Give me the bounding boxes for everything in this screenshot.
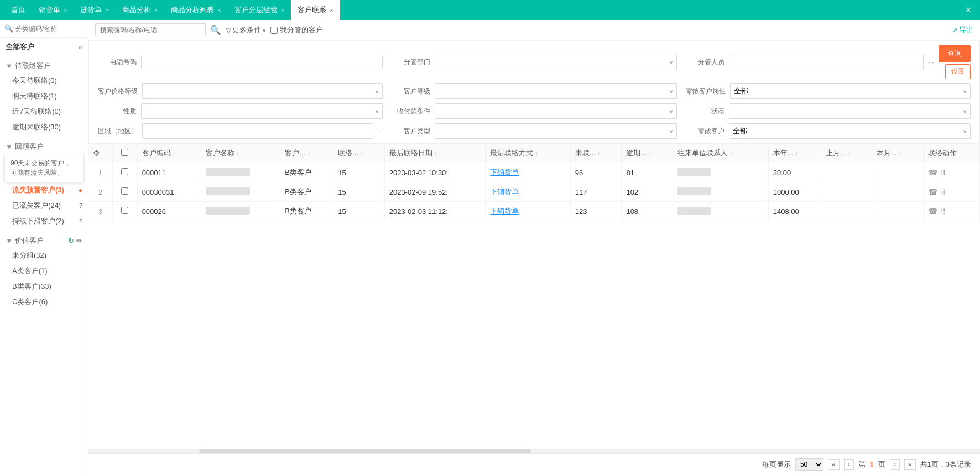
sidebar-item-unclassified[interactable]: 未分组(32)	[0, 248, 88, 263]
scrollbar-thumb[interactable]	[199, 449, 531, 453]
td-unit-2	[673, 182, 768, 202]
nature-select[interactable]: ∨	[141, 103, 383, 119]
tab-product-list[interactable]: 商品分析列表 ×	[164, 0, 227, 20]
first-page-button[interactable]: «	[828, 459, 840, 470]
tab-purchase[interactable]: 进货单 ×	[74, 0, 115, 20]
query-button[interactable]: 查询	[939, 45, 971, 62]
th-last-date[interactable]: 最后联络日期 ↕	[384, 144, 486, 163]
sidebar-item-declining[interactable]: 持续下滑客户(2) ?	[0, 213, 88, 229]
tab-sales[interactable]: 销货单 ×	[32, 0, 74, 20]
close-purchase-tab[interactable]: ×	[105, 7, 108, 13]
prev-page-button[interactable]: ‹	[844, 459, 854, 470]
row-checkbox-3[interactable]	[121, 207, 128, 214]
filter-row-price-level: 客户价格等级 ∨	[98, 83, 383, 99]
close-customer-tier-tab[interactable]: ×	[281, 7, 284, 13]
refresh-icon[interactable]: ↻	[68, 237, 74, 245]
sort-arrow-type: ↕	[307, 150, 310, 156]
close-product-analysis-tab[interactable]: ×	[154, 7, 158, 13]
th-this-month[interactable]: 本月... ↕	[872, 144, 924, 163]
th-customer-type[interactable]: 客户... ↕	[280, 144, 333, 163]
more-icon-3[interactable]: ⁞⁞	[941, 207, 945, 216]
th-last-month[interactable]: 上月... ↕	[821, 144, 872, 163]
th-name[interactable]: 客户名称 ↕	[201, 144, 280, 163]
contact-icon-3[interactable]: ☎	[928, 207, 937, 216]
contact-icon-1[interactable]: ☎	[928, 168, 937, 177]
region-select[interactable]	[142, 123, 372, 139]
table-row: 3 000026 B类客户 15 2023-02-03 11:12: 下销货单	[88, 202, 980, 221]
sidebar-item-a-customers[interactable]: A类客户(1)	[0, 263, 88, 279]
group-pending-contact-title[interactable]: ▼ 待联络客户	[0, 59, 88, 73]
more-icon-2[interactable]: ⁞⁞	[941, 187, 945, 196]
close-customer-contact-tab[interactable]: ×	[330, 7, 333, 13]
tab-customer-contact[interactable]: 客户联系 ×	[291, 0, 340, 20]
my-customers-checkbox[interactable]: 我分管的客户	[270, 25, 323, 35]
th-overdue[interactable]: 逾期... ↕	[622, 144, 673, 163]
price-level-select[interactable]: ∨	[142, 83, 383, 99]
sort-arrow-code: ↕	[173, 150, 175, 156]
row-checkbox-1[interactable]	[121, 168, 128, 175]
retail-attr-select[interactable]: 全部 ∨	[730, 83, 971, 99]
td-unlinked-1: 96	[570, 163, 622, 182]
table-settings-icon[interactable]: ⚙	[93, 149, 100, 158]
th-code[interactable]: 客户编码 ↕	[137, 144, 201, 163]
group-review-title[interactable]: ▼ 回顾客户	[0, 139, 88, 154]
th-last-method[interactable]: 最后联络方式 ↕	[486, 144, 571, 163]
sidebar-item-b-customers[interactable]: B类客户(33)	[0, 279, 88, 294]
sidebar-search-input[interactable]	[15, 25, 84, 33]
sidebar-item-7day-contact[interactable]: 近7天待联络(0)	[0, 104, 88, 119]
method-link-1[interactable]: 下销货单	[490, 168, 519, 176]
phone-input[interactable]	[141, 56, 383, 69]
sidebar-collapse-button[interactable]: «	[79, 43, 82, 51]
customer-type-select[interactable]: ∨	[435, 123, 676, 139]
sidebar-item-c-customers[interactable]: C类客户(6)	[0, 294, 88, 310]
select-all-checkbox[interactable]	[121, 149, 128, 156]
sidebar-item-churned[interactable]: 已流失客户(24) ?	[0, 198, 88, 213]
per-page-select[interactable]: 50 20 100	[795, 458, 823, 471]
last-page-button[interactable]: »	[904, 459, 916, 470]
edit-icon[interactable]: ✏	[76, 237, 82, 245]
th-unlinked-days[interactable]: 未联... ↕	[570, 144, 622, 163]
payment-select[interactable]: ∨	[435, 103, 676, 119]
arrow-down-icon: ▼	[6, 62, 13, 70]
status-select[interactable]: ∨	[729, 103, 971, 119]
td-index-3: 3	[88, 202, 113, 221]
th-this-year[interactable]: 本年... ↕	[768, 144, 821, 163]
person-select[interactable]	[729, 55, 924, 70]
window-close-button[interactable]: ×	[961, 4, 976, 16]
sidebar-item-today-contact[interactable]: 今天待联络(0)	[0, 73, 88, 88]
more-icon-1[interactable]: ⁞⁞	[941, 168, 945, 177]
tab-product-analysis[interactable]: 商品分析 ×	[116, 0, 164, 20]
next-page-button[interactable]: ›	[890, 459, 900, 470]
more-conditions-button[interactable]: ▽ 更多条件 ∨	[226, 25, 266, 35]
sidebar-item-overdue-contact[interactable]: 逾期未联络(30)	[0, 119, 88, 135]
close-product-list-tab[interactable]: ×	[217, 7, 221, 13]
td-name-1	[201, 163, 280, 182]
export-button[interactable]: ↗ 导出	[952, 25, 973, 35]
group-value-title[interactable]: ▼ 价值客户 ↻ ✏	[0, 233, 88, 248]
person-more-btn[interactable]: ···	[928, 58, 934, 66]
retail-label: 零散客户	[686, 127, 724, 136]
horizontal-scrollbar[interactable]	[88, 449, 980, 453]
top-nav: 首页 销货单 × 进货单 × 商品分析 × 商品分析列表 × 客户分层经营 × …	[0, 0, 980, 20]
region-more-btn[interactable]: ···	[377, 127, 383, 135]
tab-home[interactable]: 首页	[4, 0, 32, 20]
dept-select[interactable]: ∨	[435, 55, 676, 70]
sidebar-item-churn-warning[interactable]: 流失预警客户(3) ●	[0, 182, 88, 198]
filter-search-button[interactable]: 🔍	[210, 25, 221, 35]
filter-search-input[interactable]	[95, 23, 206, 36]
method-link-3[interactable]: 下销货单	[490, 207, 519, 215]
level-select[interactable]: ∨	[435, 83, 676, 99]
tab-customer-tier[interactable]: 客户分层经营 ×	[228, 0, 291, 20]
my-customers-checkbox-input[interactable]	[270, 27, 278, 34]
row-checkbox-2[interactable]	[121, 187, 128, 195]
th-contact-count[interactable]: 联络... ↕	[333, 144, 385, 163]
customers-table: ⚙ 客户编码 ↕ 客户名称 ↕	[88, 144, 980, 221]
retail-select[interactable]: 全部 ∨	[729, 123, 971, 139]
th-unit-contact[interactable]: 往来单位联系人 ↕	[673, 144, 768, 163]
settings-button[interactable]: 设置	[945, 64, 971, 79]
contact-icon-2[interactable]: ☎	[928, 187, 937, 196]
th-checkbox	[113, 144, 137, 163]
close-sales-tab[interactable]: ×	[64, 7, 67, 13]
sidebar-item-tomorrow-contact[interactable]: 明天待联络(1)	[0, 88, 88, 104]
method-link-2[interactable]: 下销货单	[490, 187, 519, 196]
